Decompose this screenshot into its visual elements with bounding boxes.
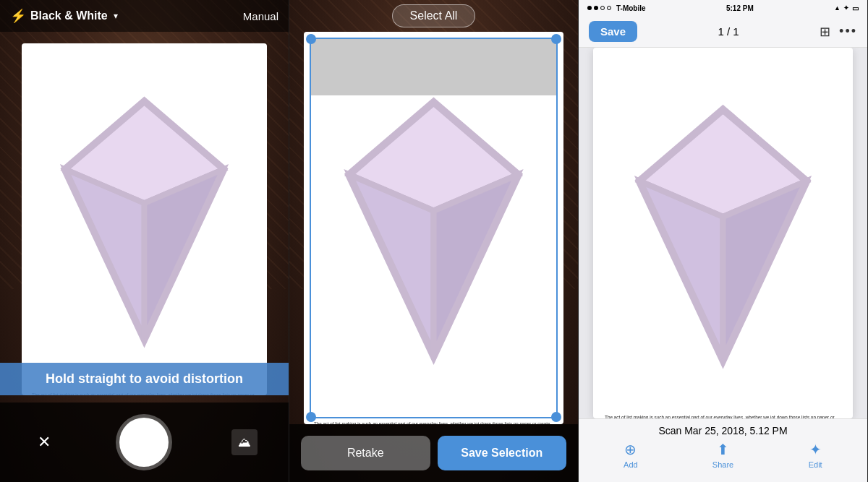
- add-icon: ⊕: [624, 441, 637, 458]
- battery-icon: ▭: [852, 4, 859, 12]
- result-bottombar: Scan Mar 25, 2018, 5.12 PM ⊕ Add ⬆ Share…: [579, 418, 867, 482]
- gallery-button[interactable]: ⛰: [231, 429, 258, 455]
- gem-icon-2: [314, 43, 553, 414]
- camera-panel: ⚡ Black & White ▾ Manual The act of list…: [0, 0, 289, 482]
- gem-icon-3: [605, 62, 841, 407]
- filter-arrow-icon[interactable]: ▾: [114, 11, 118, 21]
- more-options-button[interactable]: •••: [839, 24, 857, 39]
- filter-label[interactable]: Black & White: [30, 9, 108, 22]
- carrier-label: T-Mobile: [616, 4, 646, 12]
- camera-topbar: ⚡ Black & White ▾ Manual: [0, 0, 289, 32]
- scan-date-label: Scan Mar 25, 2018, 5.12 PM: [658, 419, 787, 436]
- selection-panel: Select All The act of list making is suc…: [289, 0, 579, 482]
- time-label: 5:12 PM: [726, 4, 754, 12]
- hint-banner: Hold straight to avoid distortion: [0, 363, 289, 395]
- selection-document-container: The act of list making is such an essent…: [304, 32, 563, 424]
- share-action[interactable]: ⬆ Share: [677, 441, 770, 469]
- signal-dot-2: [594, 6, 598, 10]
- edit-icon: ✦: [809, 441, 822, 458]
- selection-dim-overlay: [310, 38, 558, 95]
- status-right-icons: ▲ ✦ ▭: [834, 4, 859, 12]
- signal-dot-3: [600, 6, 605, 10]
- edit-action[interactable]: ✦ Edit: [769, 441, 861, 469]
- gallery-icon: ⛰: [238, 435, 251, 450]
- retake-button[interactable]: Retake: [301, 436, 430, 470]
- share-icon: ⬆: [717, 441, 729, 458]
- save-button[interactable]: Save: [589, 21, 637, 42]
- mode-label[interactable]: Manual: [243, 10, 278, 22]
- edit-label: Edit: [809, 460, 822, 469]
- selection-bottombar: Retake Save Selection: [289, 424, 578, 482]
- status-bar: T-Mobile 5:12 PM ▲ ✦ ▭: [579, 0, 867, 16]
- share-label: Share: [712, 460, 733, 469]
- topbar-left: ⚡ Black & White ▾: [10, 8, 118, 24]
- selection-document: The act of list making is such an essent…: [304, 32, 563, 424]
- grid-view-icon[interactable]: ⊞: [820, 24, 830, 40]
- bluetooth-icon: ✦: [843, 4, 849, 12]
- signal-dot-1: [587, 6, 592, 10]
- close-button[interactable]: ✕: [31, 429, 57, 455]
- signal-dot-4: [607, 6, 611, 10]
- select-all-button[interactable]: Select All: [392, 4, 476, 27]
- selection-topbar: Select All: [289, 0, 578, 32]
- save-selection-button[interactable]: Save Selection: [438, 436, 567, 470]
- gem-icon: [32, 55, 257, 385]
- page-count: 1 / 1: [718, 25, 739, 38]
- camera-bottombar: ✕ ⛰: [0, 403, 289, 482]
- result-panel: T-Mobile 5:12 PM ▲ ✦ ▭ Save 1 / 1 ⊞ ••• …: [579, 0, 868, 482]
- location-icon: ▲: [834, 4, 841, 12]
- document-preview: The act of list making is such an essent…: [22, 43, 267, 395]
- flash-icon[interactable]: ⚡: [10, 8, 26, 24]
- add-label: Add: [624, 460, 638, 469]
- add-action[interactable]: ⊕ Add: [584, 441, 677, 469]
- topbar-right-actions: ⊞ •••: [820, 24, 857, 40]
- scanned-document: The act of list making is such an essent…: [593, 48, 853, 418]
- bottom-actions: ⊕ Add ⬆ Share ✦ Edit: [579, 441, 867, 469]
- signal-indicators: T-Mobile: [587, 4, 646, 12]
- hint-text: Hold straight to avoid distortion: [46, 371, 243, 386]
- shutter-button[interactable]: [119, 418, 169, 467]
- result-topbar: Save 1 / 1 ⊞ •••: [579, 16, 867, 48]
